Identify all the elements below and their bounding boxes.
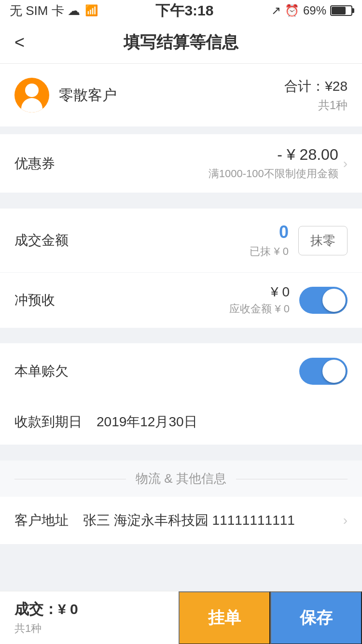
transaction-amount[interactable]: 0 (250, 222, 289, 242)
page-title: 填写结算等信息 (124, 31, 238, 54)
prepay-row: 冲预收 ¥ 0 应收金额 ¥ 0 (0, 273, 362, 328)
status-bar: 无 SIM 卡 ☁ 📶 下午3:18 ↗ ⏰ 69% (0, 0, 362, 21)
prepay-values: ¥ 0 应收金额 ¥ 0 (229, 284, 290, 316)
alarm-icon: ⏰ (285, 4, 299, 17)
status-right: ↗ ⏰ 69% (271, 4, 352, 17)
date-label: 收款到期日 (14, 413, 82, 431)
debt-row: 本单赊欠 (0, 343, 362, 399)
bottom-count: 共1种 (14, 621, 164, 636)
date-row: 收款到期日 2019年12月30日 (0, 399, 362, 445)
transaction-right: 0 已抹 ¥ 0 抹零 (250, 222, 348, 259)
direction-icon: ↗ (271, 4, 281, 17)
prepay-label: 冲预收 (14, 291, 55, 309)
no-sim-label: 无 SIM 卡 ☁ (10, 2, 80, 19)
prepay-amount: ¥ 0 (229, 284, 290, 300)
debt-toggle-thumb (322, 360, 346, 383)
avatar (14, 78, 49, 112)
bottom-summary: 成交：¥ 0 共1种 (0, 600, 179, 636)
section-divider-1 (0, 201, 362, 209)
section-divider-2 (0, 336, 362, 343)
customer-left: 零散客户 (14, 78, 117, 112)
transaction-sub: 已抹 ¥ 0 (250, 244, 289, 259)
address-value: 张三 海淀永丰科技园 11111111111 (83, 511, 338, 530)
address-label: 客户地址 (14, 511, 69, 530)
wifi-icon: 📶 (85, 4, 98, 17)
prepay-toggle[interactable] (299, 287, 348, 314)
prepay-right: ¥ 0 应收金额 ¥ 0 (229, 284, 348, 316)
hang-order-button[interactable]: 挂单 (179, 591, 270, 644)
debt-toggle[interactable] (299, 358, 348, 385)
total-count: 共1种 (284, 98, 348, 113)
status-left: 无 SIM 卡 ☁ 📶 (10, 2, 98, 19)
transaction-label: 成交金额 (14, 231, 69, 250)
amount-input-area: 0 已抹 ¥ 0 (250, 222, 289, 259)
logistics-title: 物流 & 其他信息 (136, 471, 226, 486)
logistics-title-wrap: 物流 & 其他信息 (126, 470, 236, 487)
bottom-deal: 成交：¥ 0 (14, 600, 164, 619)
address-card: 客户地址 张三 海淀永丰科技园 11111111111 › (0, 497, 362, 544)
save-button[interactable]: 保存 (270, 591, 362, 644)
logistics-header: 物流 & 其他信息 (0, 461, 362, 497)
prepay-sub: 应收金额 ¥ 0 (229, 302, 290, 316)
debt-label: 本单赊欠 (14, 362, 69, 380)
transaction-row: 成交金额 0 已抹 ¥ 0 抹零 (0, 209, 362, 273)
coupon-amount: - ¥ 28.00 (209, 146, 338, 164)
deal-label: 成交： (14, 601, 58, 617)
date-value[interactable]: 2019年12月30日 (97, 413, 197, 431)
content: 零散客户 合计：¥28 共1种 优惠券 - ¥ 28.00 满1000-100不… (0, 64, 362, 610)
debt-card: 本单赊欠 收款到期日 2019年12月30日 (0, 343, 362, 445)
battery-percent: 69% (303, 4, 326, 17)
coupon-card: 优惠券 - ¥ 28.00 满1000-100不限制使用金额 › (0, 134, 362, 193)
coupon-label: 优惠券 (14, 154, 55, 173)
deal-amount: ¥ 0 (58, 601, 78, 617)
bottom-bar: 成交：¥ 0 共1种 挂单 保存 (0, 591, 362, 644)
round-button[interactable]: 抹零 (298, 226, 348, 255)
customer-row: 零散客户 合计：¥28 共1种 (0, 64, 362, 126)
nav-bar: < 填写结算等信息 (0, 21, 362, 64)
coupon-desc: 满1000-100不限制使用金额 (209, 167, 338, 181)
battery-icon (330, 5, 352, 16)
coupon-row[interactable]: 优惠券 - ¥ 28.00 满1000-100不限制使用金额 › (0, 134, 362, 193)
customer-name: 零散客户 (59, 85, 117, 105)
customer-right: 合计：¥28 共1种 (284, 77, 348, 113)
coupon-right: - ¥ 28.00 满1000-100不限制使用金额 (209, 146, 338, 181)
address-row[interactable]: 客户地址 张三 海淀永丰科技园 11111111111 › (0, 497, 362, 544)
transaction-card: 成交金额 0 已抹 ¥ 0 抹零 冲预收 ¥ 0 应收金额 ¥ 0 (0, 209, 362, 328)
customer-card: 零散客户 合计：¥28 共1种 (0, 64, 362, 126)
status-time: 下午3:18 (155, 1, 213, 21)
chevron-right-icon: › (343, 156, 348, 171)
back-button[interactable]: < (14, 32, 25, 53)
total-amount: 合计：¥28 (284, 77, 348, 96)
address-chevron-icon: › (343, 513, 348, 528)
toggle-thumb (322, 289, 346, 312)
section-divider-3 (0, 453, 362, 461)
